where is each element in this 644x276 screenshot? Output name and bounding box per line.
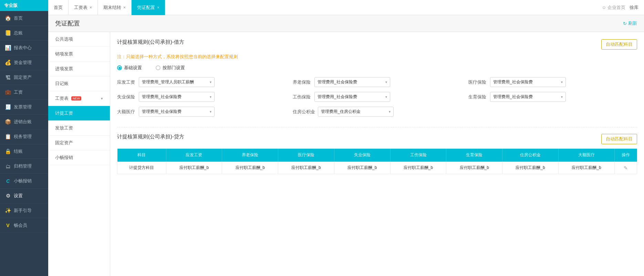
sidebar-item-funds[interactable]: 💰 资金管理: [0, 55, 48, 70]
select-medical[interactable]: 管理费用_社会保险费 ▾: [490, 77, 566, 87]
section-debit-note: 注：只能选择一种方式，系统将按照您当前的选择来配置规则: [117, 54, 637, 60]
edit-icon[interactable]: ✎: [624, 165, 628, 171]
app-version: 专业版: [0, 0, 48, 11]
left-nav-sales-invoice[interactable]: 销项发票: [48, 47, 110, 62]
archive-icon: 🗂: [5, 163, 11, 169]
sidebar-item-invoice[interactable]: 🧾 发票管理: [0, 100, 48, 115]
sidebar-item-reports[interactable]: 📊 报表中心: [0, 41, 48, 55]
sidebar-item-label: 工资: [14, 89, 23, 95]
field-injury: 工伤保险 管理费用_社会保险费 ▾: [293, 92, 461, 102]
section-debit-header: 计提核算规则(公司承担)-借方 自动匹配科目: [117, 39, 637, 50]
tab-payroll-label: 工资表: [74, 4, 87, 11]
radio-dept[interactable]: 按部门设置: [156, 65, 185, 71]
field-unemployment: 失业保险 管理费用_社会保险费 ▾: [117, 92, 286, 102]
tab-payroll-close[interactable]: ×: [90, 5, 92, 10]
tab-payroll[interactable]: 工资表 ×: [69, 0, 98, 15]
select-maternity[interactable]: 管理费用_社会保险费 ▾: [490, 92, 566, 102]
select-housing[interactable]: 管理费用_住房公积金 ▾: [318, 107, 394, 117]
left-nav-payroll-table[interactable]: 工资表 NEW ▾: [48, 91, 110, 106]
guide-icon: ✨: [5, 208, 11, 214]
th-maternity: 生育保险: [446, 149, 502, 162]
radio-basic-label: 基础设置: [124, 65, 142, 71]
tab-period-close-close[interactable]: ×: [123, 5, 126, 10]
field-salary: 应发工资 管理费用_管理人员职工薪酬 ▾: [117, 77, 286, 87]
sidebar-item-member[interactable]: V 畅会员: [0, 218, 48, 233]
tab-period-close-label: 期末结转: [103, 4, 121, 11]
tab-voucher-config-close[interactable]: ×: [157, 5, 159, 10]
auto-match-credit-button[interactable]: 自动匹配科目: [601, 134, 637, 144]
assets-icon: 🏗: [5, 75, 11, 81]
label-maternity: 生育保险: [468, 94, 487, 100]
left-nav-public-options[interactable]: 公共选项: [48, 32, 110, 47]
table-header-row: 科目 应发工资 养老保险 医疗保险 失业保险 工伤保险 生育保险 住房公积金 大…: [117, 149, 637, 162]
sidebar-item-general-ledger[interactable]: 📒 总账: [0, 26, 48, 41]
tab-period-close[interactable]: 期末结转 ×: [98, 0, 132, 15]
sidebar-item-settings[interactable]: ⚙ 设置: [0, 189, 48, 203]
sidebar-item-archive[interactable]: 🗂 归档管理: [0, 159, 48, 174]
select-pension-value: 管理费用_社会保险费: [318, 79, 357, 85]
sidebar-item-close[interactable]: 🔒 结账: [0, 144, 48, 159]
main-area: 首页 工资表 × 期末结转 × 凭证配置 × ☺ 企业首页 徐库 凭证配置 ↻ …: [48, 0, 644, 276]
sidebar-item-fixed-assets[interactable]: 🏗 固定资产: [0, 70, 48, 85]
sidebar-item-xiaochang[interactable]: C 小畅报销: [0, 174, 48, 189]
radio-basic[interactable]: 基础设置: [117, 65, 142, 71]
label-unemployment: 失业保险: [117, 94, 136, 100]
field-medical: 医疗保险 管理费用_社会保险费 ▾: [468, 77, 637, 87]
caret-icon: ▾: [210, 110, 211, 114]
caret-icon: ▾: [385, 80, 387, 84]
left-nav-issue-salary[interactable]: 发放工资: [48, 121, 110, 136]
select-salary-value: 管理费用_管理人员职工薪酬: [142, 79, 194, 85]
select-unemployment[interactable]: 管理费用_社会保险费 ▾: [139, 92, 215, 102]
left-nav-fixed-assets[interactable]: 固定资产: [48, 136, 110, 150]
sidebar-item-label: 畅会员: [14, 222, 27, 229]
select-maternity-value: 管理费用_社会保险费: [493, 94, 533, 100]
section-debit: 计提核算规则(公司承担)-借方 自动匹配科目 注：只能选择一种方式，系统将按照您…: [117, 39, 637, 117]
tax-icon: 📋: [5, 134, 11, 140]
section-debit-title: 计提核算规则(公司承担)-借方: [117, 39, 184, 45]
refresh-label: 刷新: [628, 20, 637, 26]
td-action[interactable]: ✎: [614, 162, 637, 174]
debit-form-row-3: 大额医疗 管理费用_社会保险费 ▾ 住房公积金 管理费用_住房公积金 ▾: [117, 107, 637, 117]
th-housing: 住房公积金: [502, 149, 559, 162]
page-title: 凭证配置: [55, 19, 80, 28]
tab-voucher-config[interactable]: 凭证配置 ×: [132, 0, 165, 15]
sidebar-item-tax[interactable]: 📋 税务管理: [0, 129, 48, 144]
left-nav-journal[interactable]: 日记账: [48, 76, 110, 91]
select-housing-value: 管理费用_住房公积金: [321, 109, 361, 115]
th-extra-medical: 大额医疗: [559, 149, 615, 162]
select-pension[interactable]: 管理费用_社会保险费 ▾: [314, 77, 390, 87]
left-nav: 公共选项 销项发票 进项发票 日记账 工资表 NEW ▾ 计提工资 发放工资: [48, 32, 110, 276]
sidebar-item-guide[interactable]: ✨ 新手引导: [0, 203, 48, 218]
th-medical: 医疗保险: [278, 149, 334, 162]
field-maternity: 生育保险 管理费用_社会保险费 ▾: [468, 92, 637, 102]
td-maternity: 应付职工薪酬_b: [446, 162, 502, 174]
label-housing: 住房公积金: [293, 109, 315, 115]
sidebar-item-label: 归档管理: [14, 163, 32, 169]
th-unemployment: 失业保险: [334, 149, 390, 162]
section-divider: [117, 127, 637, 127]
select-injury-value: 管理费用_社会保险费: [318, 94, 357, 100]
sidebar-item-label: 结账: [14, 148, 23, 155]
refresh-button[interactable]: ↻ 刷新: [623, 20, 637, 26]
sidebar-item-label: 进销台账: [14, 119, 32, 125]
page-header: 凭证配置 ↻ 刷新: [48, 15, 644, 32]
sidebar-item-label: 首页: [14, 15, 23, 21]
select-injury[interactable]: 管理费用_社会保险费 ▾: [314, 92, 390, 102]
sidebar-item-home[interactable]: 🏠 首页: [0, 11, 48, 26]
left-nav-accrual-salary[interactable]: 计提工资: [48, 106, 110, 121]
auto-match-debit-button[interactable]: 自动匹配科目: [601, 39, 637, 50]
caret-icon: ▾: [385, 95, 387, 99]
sidebar-item-salary[interactable]: 💼 工资: [0, 85, 48, 100]
left-nav-purchase-invoice[interactable]: 进项发票: [48, 62, 110, 76]
left-nav-xiaochang-expense[interactable]: 小畅报销: [48, 150, 110, 165]
sidebar-item-purchase-sales[interactable]: 📦 进销台账: [0, 115, 48, 129]
caret-icon: ▾: [210, 95, 211, 99]
td-unemployment: 应付职工薪酬_b: [334, 162, 390, 174]
sidebar: 专业版 🏠 首页 📒 总账 📊 报表中心 💰 资金管理 🏗 固定资产 💼 工资 …: [0, 0, 48, 276]
tab-home[interactable]: 首页: [48, 0, 69, 15]
close-icon: 🔒: [5, 148, 11, 155]
select-salary[interactable]: 管理费用_管理人员职工薪酬 ▾: [139, 77, 215, 87]
radio-group: 基础设置 按部门设置: [117, 65, 637, 71]
select-extra-medical[interactable]: 管理费用_社会保险费 ▾: [139, 107, 215, 117]
th-salary: 应发工资: [166, 149, 222, 162]
